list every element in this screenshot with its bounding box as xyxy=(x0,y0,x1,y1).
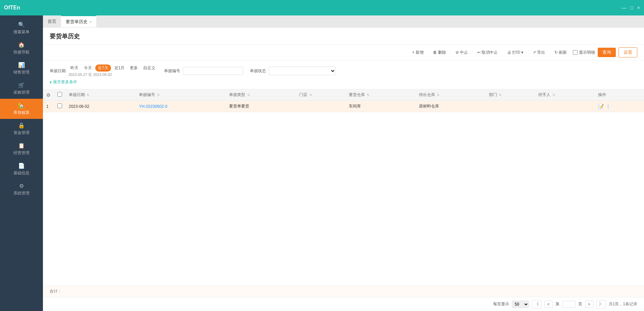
more-action-icon[interactable]: ⋮ xyxy=(606,104,610,109)
min-button[interactable]: — xyxy=(622,5,626,10)
toolbar: + 新增 🗑 删除 ⊘ 中止 ↩ 取消中止 🖨 打印 ▾ xyxy=(43,45,644,60)
cell-dept xyxy=(486,101,535,112)
cancel-stop-button[interactable]: ↩ 取消中止 xyxy=(474,48,501,57)
page-input-prefix: 第 xyxy=(555,301,559,307)
sidebar-item-search[interactable]: 🔍 搜索菜单 xyxy=(0,18,43,38)
table-settings-btn[interactable]: ⚙ xyxy=(46,92,51,98)
th-type-label: 单据类型 xyxy=(229,92,245,97)
cell-checkbox xyxy=(54,101,65,112)
settings-button[interactable]: 设置 xyxy=(619,47,637,57)
tab-close-icon[interactable]: × xyxy=(90,20,92,24)
delete-button[interactable]: 🗑 删除 xyxy=(430,48,449,57)
th-handler-label: 经手人 xyxy=(538,92,550,97)
cell-action: 📝 ⋮ xyxy=(595,101,644,112)
page-size-select[interactable]: 50 20 100 xyxy=(512,301,529,308)
date-filter-label: 单据日期 xyxy=(50,68,66,74)
th-type[interactable]: 单据类型 ⇅ xyxy=(226,89,296,101)
sidebar-item-basic[interactable]: 📄 基础信息 xyxy=(0,159,43,179)
sidebar-item-label-basic: 基础信息 xyxy=(13,170,30,176)
th-settings: ⚙ xyxy=(43,89,54,101)
sidebar-item-inventory[interactable]: 🏡 库存核算 xyxy=(0,99,43,119)
sidebar-item-finance[interactable]: 🔒 资金管理 xyxy=(0,119,43,139)
th-pending-warehouse-label: 待出仓库 xyxy=(419,92,435,97)
tab-active[interactable]: 要货单历史 × xyxy=(61,15,96,27)
last-page-btn[interactable]: 》 xyxy=(596,300,606,308)
th-dept[interactable]: 部门 ⇅ xyxy=(486,89,535,101)
add-button[interactable]: + 新增 xyxy=(409,48,427,57)
print-dropdown-icon: ▾ xyxy=(521,50,523,55)
sort-orderno-icon: ⇅ xyxy=(157,93,160,97)
sidebar-item-label-inventory: 库存核算 xyxy=(13,110,30,116)
sidebar-item-sales[interactable]: 📊 销售管理 xyxy=(0,58,43,79)
select-all-checkbox[interactable] xyxy=(57,92,62,97)
data-table: ⚙ 单据日期 ⇅ 单据编号 ⇅ xyxy=(43,89,644,112)
first-page-btn[interactable]: 《 xyxy=(532,300,542,308)
chart-icon: 📊 xyxy=(18,62,25,68)
cell-store xyxy=(296,101,345,112)
sidebar-item-label-system: 系统管理 xyxy=(13,190,30,196)
order-no-input[interactable] xyxy=(183,67,243,75)
title-bar-right: — □ × xyxy=(622,5,640,10)
sidebar-item-operation[interactable]: 📋 经营管理 xyxy=(0,139,43,159)
sidebar-item-system[interactable]: ⚙ 系统管理 xyxy=(0,179,43,199)
print-label: 打印 xyxy=(512,50,520,55)
sort-dept-icon: ⇅ xyxy=(499,93,501,97)
page-header: 要货单历史 xyxy=(43,28,644,45)
date-btn-custom[interactable]: 自定义 xyxy=(141,64,157,72)
order-no-link[interactable]: YH-20230602-0 xyxy=(139,104,167,109)
order-no-label: 单据编号 xyxy=(164,68,180,74)
max-button[interactable]: □ xyxy=(630,5,633,10)
sidebar: 🔍 搜索菜单 🏠 快捷导航 📊 销售管理 🛒 采购管理 🏡 库存核算 🔒 xyxy=(0,15,43,311)
date-btn-today[interactable]: 今天 xyxy=(82,64,94,72)
close-button[interactable]: × xyxy=(637,5,640,10)
page-input[interactable]: 1 xyxy=(562,301,576,308)
filter-date-group: 昨天 今天 近7天 近1月 更多 自定义 2023-05-27 至 2023-0… xyxy=(68,64,157,77)
refresh-label: 刷新 xyxy=(559,50,567,55)
next-page-btn[interactable]: > xyxy=(585,301,593,308)
status-select[interactable] xyxy=(269,66,336,75)
cell-type: 要货单要货 xyxy=(226,101,296,112)
expand-more-btn[interactable]: ▾ 展开更多条件 xyxy=(50,79,637,85)
date-range-display: 2023-05-27 至 2023-06-02 xyxy=(68,72,157,77)
sidebar-item-quick-nav[interactable]: 🏠 快捷导航 xyxy=(0,38,43,58)
sidebar-item-purchase[interactable]: 🛒 采购管理 xyxy=(0,79,43,99)
th-req-warehouse[interactable]: 要货仓库 ⇅ xyxy=(345,89,416,101)
tab-home[interactable]: 首页 xyxy=(43,15,61,27)
expand-label: 展开更多条件 xyxy=(53,79,77,85)
th-handler[interactable]: 经手人 ⇅ xyxy=(535,89,595,101)
date-btn-yesterday[interactable]: 昨天 xyxy=(68,64,80,72)
edit-action-icon[interactable]: 📝 xyxy=(598,104,604,109)
delete-icon: 🗑 xyxy=(433,50,437,55)
status-label: 单据状态 xyxy=(250,68,266,74)
th-store[interactable]: 门店 ⇅ xyxy=(296,89,345,101)
sidebar-item-label-search: 搜索菜单 xyxy=(13,29,30,35)
display-cell-checkbox[interactable] xyxy=(573,50,578,55)
date-filter-group: 单据日期 昨天 今天 近7天 近1月 更多 自定义 2023-05-27 至 2… xyxy=(50,64,157,77)
display-cell-group: 显示明细 xyxy=(573,50,595,55)
query-button[interactable]: 查询 xyxy=(598,48,616,57)
status-filter-group: 单据状态 xyxy=(250,66,336,75)
th-order-no[interactable]: 单据编号 ⇅ xyxy=(136,89,226,101)
export-button[interactable]: ↗ 导出 xyxy=(529,48,548,57)
export-icon: ↗ xyxy=(533,50,536,55)
page-size-label: 每页显示 xyxy=(493,301,509,307)
sidebar-item-label-finance: 资金管理 xyxy=(13,130,30,136)
refresh-icon: ↻ xyxy=(554,50,558,55)
date-btn-1month[interactable]: 近1月 xyxy=(112,64,127,72)
prev-page-btn[interactable]: < xyxy=(544,301,553,308)
th-action-label: 操作 xyxy=(598,92,606,97)
page-input-suffix: 页 xyxy=(578,301,582,307)
print-button[interactable]: 🖨 打印 ▾ xyxy=(504,48,527,57)
th-checkbox xyxy=(54,89,65,101)
sort-date-icon: ⇅ xyxy=(87,93,89,97)
clipboard-icon: 📋 xyxy=(18,142,25,149)
sidebar-item-label-quick-nav: 快捷导航 xyxy=(13,49,30,55)
th-pending-warehouse[interactable]: 待出仓库 ⇅ xyxy=(416,89,486,101)
date-btn-7days[interactable]: 近7天 xyxy=(95,64,111,72)
stop-label: 中止 xyxy=(460,50,468,55)
date-btn-more[interactable]: 更多 xyxy=(128,64,140,72)
row-checkbox[interactable] xyxy=(57,103,62,108)
th-date[interactable]: 单据日期 ⇅ xyxy=(65,89,136,101)
refresh-button[interactable]: ↻ 刷新 xyxy=(551,48,570,57)
stop-button[interactable]: ⊘ 中止 xyxy=(452,48,471,57)
